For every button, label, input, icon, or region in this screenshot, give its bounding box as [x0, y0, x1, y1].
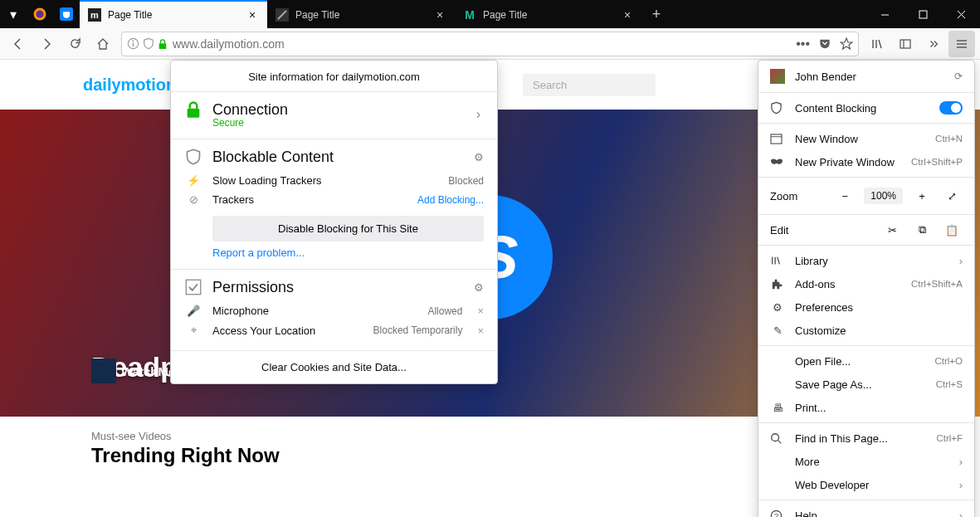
connection-title: Connection: [212, 101, 473, 119]
forward-button[interactable]: [33, 31, 60, 57]
gear-icon[interactable]: ⚙: [474, 151, 484, 163]
blockable-item-label: Slow Loading Trackers: [212, 174, 438, 187]
site-search[interactable]: Search: [523, 74, 656, 96]
close-icon[interactable]: ×: [433, 8, 446, 22]
puzzle-icon: [770, 278, 785, 290]
star-icon[interactable]: [840, 37, 853, 51]
print-icon: 🖶: [770, 402, 785, 414]
window-minimize-button[interactable]: [865, 0, 904, 28]
clear-cookies-button[interactable]: Clear Cookies and Site Data...: [171, 350, 497, 383]
svg-point-1: [37, 11, 44, 18]
url-input[interactable]: [173, 37, 791, 51]
help-icon: ?: [770, 510, 785, 518]
menu-preferences[interactable]: ⚙ Preferences: [758, 295, 974, 319]
cut-icon[interactable]: ✂: [881, 224, 903, 237]
lock-icon: [158, 38, 168, 50]
tab-3[interactable]: M Page Title ×: [455, 0, 642, 28]
menu-customize[interactable]: ✎ Customize: [758, 319, 974, 342]
disable-blocking-button[interactable]: Disable Blocking for This Site: [212, 216, 484, 241]
site-info-icon[interactable]: [127, 37, 139, 50]
menu-find[interactable]: Find in This Page... Ctrl+F: [758, 427, 974, 450]
shield-icon: [184, 148, 202, 166]
tab-1[interactable]: m Page Title ×: [80, 0, 267, 28]
hamburger-menu-button[interactable]: [948, 31, 975, 57]
menu-more[interactable]: More ›: [758, 450, 974, 473]
svg-rect-18: [900, 40, 910, 48]
overflow-icon[interactable]: [920, 31, 947, 57]
tab-strip: m Page Title × Page Title × M Page Title…: [80, 0, 865, 28]
fullscreen-icon[interactable]: ⤢: [941, 186, 963, 206]
tracker-slow-icon: ⚡: [184, 174, 202, 187]
paste-icon[interactable]: 📋: [941, 224, 963, 237]
menu-edit: Edit ✂ ⧉ 📋: [758, 218, 974, 241]
menu-save-page[interactable]: Save Page As... Ctrl+S: [758, 373, 974, 396]
sync-icon[interactable]: ⟳: [954, 71, 963, 82]
avatar-icon: [770, 69, 785, 84]
tab-label: Page Title: [483, 9, 614, 21]
window-maximize-button[interactable]: [904, 0, 942, 28]
zoom-out-button[interactable]: −: [834, 186, 856, 206]
menu-web-developer[interactable]: Web Developer ›: [758, 473, 974, 496]
site-info-header: Site information for dailymotion.com: [171, 61, 497, 91]
mask-icon: [770, 158, 785, 166]
svg-rect-23: [188, 109, 200, 118]
svg-rect-14: [159, 43, 167, 49]
toggle-switch[interactable]: [939, 101, 963, 115]
reload-button[interactable]: [61, 31, 88, 57]
tab-2[interactable]: Page Title ×: [267, 0, 455, 28]
perm-value: Allowed: [427, 305, 462, 317]
blockable-item-label: Trackers: [212, 193, 407, 206]
perm-value: Blocked Temporarily: [373, 324, 463, 336]
new-tab-button[interactable]: +: [642, 0, 670, 28]
close-icon[interactable]: ×: [621, 8, 634, 22]
pocket-icon[interactable]: [818, 37, 831, 50]
chevron-right-icon[interactable]: ›: [473, 107, 484, 122]
page-actions-icon[interactable]: •••: [796, 37, 810, 51]
menu-new-private-window[interactable]: New Private Window Ctrl+Shift+P: [758, 150, 974, 173]
connection-status: Secure: [212, 117, 473, 129]
home-button[interactable]: [90, 31, 116, 57]
svg-rect-8: [919, 11, 927, 18]
pinned-app-icon[interactable]: [53, 0, 80, 28]
menu-help[interactable]: ? Help ›: [758, 504, 974, 517]
blockable-item-value: Blocked: [448, 175, 484, 187]
close-icon[interactable]: ×: [477, 324, 484, 337]
chevron-right-icon: ›: [959, 479, 963, 491]
site-info-panel: Site information for dailymotion.com Con…: [170, 60, 498, 384]
copy-icon[interactable]: ⧉: [911, 223, 933, 237]
library-icon: [770, 255, 785, 266]
menu-addons[interactable]: Add-ons Ctrl+Shift+A: [758, 272, 974, 295]
shield-icon: [770, 101, 785, 115]
window-titlebar: ▾ m Page Title × Page Title × M Page Tit…: [0, 0, 980, 28]
menu-library[interactable]: Library ›: [758, 249, 974, 272]
report-problem-link[interactable]: Report a problem...: [212, 246, 484, 259]
back-button[interactable]: [5, 31, 32, 57]
menu-account[interactable]: John Bender ⟳: [758, 64, 974, 89]
perm-label: Microphone: [212, 305, 417, 317]
navigation-toolbar: •••: [0, 28, 980, 60]
window-close-button[interactable]: [942, 0, 980, 28]
svg-line-29: [778, 257, 780, 265]
url-bar[interactable]: •••: [121, 32, 859, 56]
window-menu-icon[interactable]: ▾: [0, 0, 27, 28]
library-icon[interactable]: [864, 31, 890, 57]
close-icon[interactable]: ×: [246, 8, 259, 22]
site-logo[interactable]: dailymotion: [83, 76, 176, 95]
menu-new-window[interactable]: New Window Ctrl+N: [758, 127, 974, 150]
menu-print[interactable]: 🖶 Print...: [758, 396, 974, 419]
menu-content-blocking[interactable]: Content Blocking: [758, 96, 974, 119]
svg-rect-25: [771, 134, 782, 143]
gear-icon[interactable]: ⚙: [474, 281, 484, 294]
close-icon[interactable]: ×: [477, 305, 484, 317]
microphone-icon: 🎤: [184, 305, 202, 317]
paint-icon: ✎: [770, 324, 785, 337]
sidebar-icon[interactable]: [892, 31, 919, 57]
menu-open-file[interactable]: Open File... Ctrl+O: [758, 349, 974, 373]
favicon-m2-icon: M: [463, 8, 476, 22]
add-blocking-link[interactable]: Add Blocking...: [417, 194, 484, 206]
zoom-in-button[interactable]: +: [911, 186, 933, 206]
shield-icon[interactable]: [143, 37, 154, 50]
zoom-level: 100%: [864, 188, 903, 204]
tab-label: Page Title: [108, 9, 239, 21]
firefox-icon: [27, 0, 53, 28]
